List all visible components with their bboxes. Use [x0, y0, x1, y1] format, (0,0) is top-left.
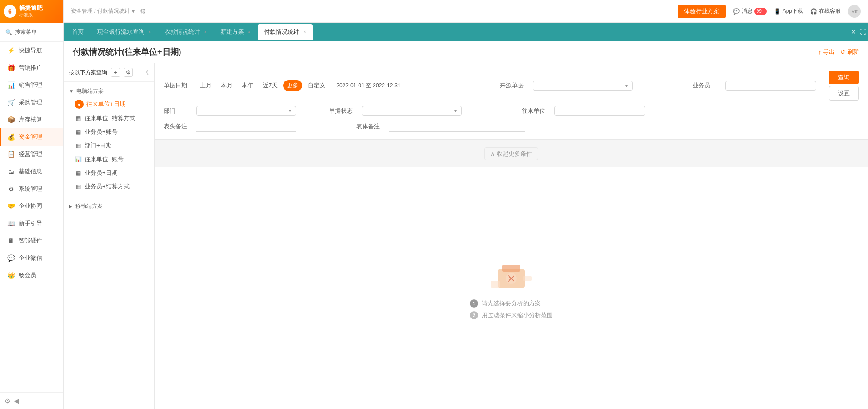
- unit-select[interactable]: ···: [554, 106, 645, 116]
- scheme-item-unit-account[interactable]: 📊 往来单位+账号: [64, 152, 154, 166]
- sidebar-item-label: 畅会员: [19, 271, 36, 279]
- sidebar-item-guide[interactable]: 📖 新手引导: [0, 215, 63, 232]
- sidebar-item-operation[interactable]: 📋 经营管理: [0, 146, 63, 163]
- scheme-item-label: 往来单位+日期: [86, 100, 125, 108]
- refresh-label: 刷新: [847, 48, 859, 56]
- scheme-group-desktop-title[interactable]: ▼ 电脑端方案: [64, 86, 154, 97]
- refresh-button[interactable]: ↺ 刷新: [840, 48, 859, 56]
- tab-payment-stats-close[interactable]: ×: [303, 29, 306, 35]
- tab-payment-stats-label: 付款情况统计: [264, 28, 299, 36]
- empty-svg: [489, 256, 534, 292]
- voucher-date-label: 单据日期: [164, 81, 189, 90]
- tab-payment-stats[interactable]: 付款情况统计 ×: [258, 24, 312, 40]
- sidebar-item-marketing[interactable]: 🎁 营销推广: [0, 59, 63, 76]
- unit-label: 往来单位: [522, 107, 547, 115]
- date-btn-this-month[interactable]: 本月: [217, 80, 236, 91]
- tab-bar: 首页 现金银行流水查询 × 收款情况统计 × 新建方案 × 付款情况统计 × ✕…: [64, 23, 868, 41]
- sidebar-item-hardware[interactable]: 🖥 智能硬件: [0, 232, 63, 249]
- sidebar-search-area[interactable]: 🔍 搜索菜单: [0, 23, 63, 42]
- date-btn-last-month[interactable]: 上月: [196, 80, 215, 91]
- tab-cash-flow[interactable]: 现金银行流水查询 ×: [91, 24, 157, 40]
- empty-step-1: 1 请先选择要分析的方案: [470, 298, 553, 309]
- breadcrumb-chevron[interactable]: ▾: [132, 8, 135, 15]
- sidebar-item-capital[interactable]: 💰 资金管理: [0, 128, 63, 146]
- scheme-item-dept-date[interactable]: ▦ 部门+日期: [64, 139, 154, 152]
- scheme-panel-header: 按以下方案查询 + ⚙ 《: [64, 63, 154, 82]
- date-btn-this-year[interactable]: 本年: [238, 80, 257, 91]
- tab-close-all-button[interactable]: ✕: [851, 28, 856, 35]
- sidebar-item-basic[interactable]: 🗂 基础信息: [0, 163, 63, 180]
- scheme-item-unit-settle[interactable]: ▦ 往来单位+结算方式: [64, 111, 154, 125]
- sidebar-item-purchase[interactable]: 🛒 采购管理: [0, 94, 63, 111]
- empty-steps: 1 请先选择要分析的方案 2 用过滤条件来缩小分析范围: [470, 298, 553, 321]
- body-note-input[interactable]: [389, 121, 525, 132]
- empty-illustration: [489, 256, 534, 292]
- enterprise-icon: 🤝: [7, 202, 15, 210]
- service-button[interactable]: 🎧 在线客服: [810, 7, 841, 15]
- sidebar-item-label: 资金管理: [19, 133, 42, 141]
- topbar-gear-icon[interactable]: ⚙: [140, 7, 146, 15]
- sidebar-item-member[interactable]: 👑 畅会员: [0, 267, 63, 284]
- scheme-item-staff-settle[interactable]: ▦ 业务员+结算方式: [64, 180, 154, 193]
- export-button[interactable]: ↑ 导出: [818, 48, 835, 56]
- filter-area: 单据日期 上月 本月 本年 近7天 更多 自定义 2022-01-01 至 20…: [155, 63, 868, 140]
- header-note-input[interactable]: [196, 121, 296, 132]
- collapse-label: 收起更多条件: [497, 150, 532, 158]
- scheme-header-label: 按以下方案查询: [69, 69, 107, 76]
- sidebar-item-label: 采购管理: [19, 98, 42, 106]
- query-button[interactable]: 查询: [829, 71, 859, 84]
- scheme-item-staff-account[interactable]: ▦ 业务员+账号: [64, 125, 154, 139]
- tab-new-scheme-close[interactable]: ×: [248, 29, 250, 35]
- app-download-button[interactable]: 📱 App下载: [774, 7, 803, 15]
- scheme-item-unit-date[interactable]: ● 往来单位+日期: [64, 97, 154, 111]
- dept-select[interactable]: ▾: [196, 106, 296, 116]
- scheme-add-button[interactable]: +: [111, 68, 120, 77]
- scheme-item-staff-date[interactable]: ▦ 业务员+日期: [64, 166, 154, 180]
- trial-button[interactable]: 体验行业方案: [678, 5, 726, 18]
- sidebar: 6 畅捷通吧 标准版 🔍 搜索菜单 ⚡ 快捷导航 🎁 营销推广 📊 销售管理 🛒…: [0, 0, 64, 409]
- tab-maximize-button[interactable]: ⛶: [860, 28, 866, 35]
- tab-receipt-stats-close[interactable]: ×: [204, 29, 206, 35]
- service-icon: 🎧: [810, 8, 817, 15]
- sidebar-collapse-button[interactable]: ◀: [14, 397, 19, 404]
- status-select[interactable]: ▾: [362, 106, 462, 116]
- set-button[interactable]: 设置: [829, 86, 859, 101]
- message-button[interactable]: 💬 消息 99+: [733, 7, 767, 15]
- empty-state: 1 请先选择要分析的方案 2 用过滤条件来缩小分析范围: [470, 256, 553, 321]
- search-menu-button[interactable]: 🔍 搜索菜单: [4, 26, 60, 38]
- sidebar-item-label: 库存核算: [19, 116, 42, 124]
- body-note-label: 表体备注: [356, 122, 382, 131]
- sidebar-item-quick-nav[interactable]: ⚡ 快捷导航: [0, 42, 63, 59]
- app-label: App下载: [783, 7, 803, 15]
- user-avatar[interactable]: Rit: [848, 5, 861, 18]
- scheme-group-mobile-title[interactable]: ▶ 移动端方案: [64, 201, 154, 212]
- sidebar-item-inventory[interactable]: 📦 库存核算: [0, 111, 63, 128]
- tab-cash-flow-close[interactable]: ×: [148, 29, 151, 35]
- staff-ellipsis-icon: ···: [808, 83, 811, 88]
- sidebar-settings-button[interactable]: ⚙: [5, 397, 10, 404]
- source-select[interactable]: ▾: [533, 81, 633, 91]
- sidebar-item-system[interactable]: ⚙ 系统管理: [0, 180, 63, 197]
- page-title: 付款情况统计(往来单位+日期): [73, 46, 818, 57]
- staff-select[interactable]: ···: [725, 81, 816, 91]
- scheme-collapse-button[interactable]: 《: [143, 69, 149, 76]
- tab-home[interactable]: 首页: [65, 24, 90, 40]
- tab-new-scheme[interactable]: 新建方案 ×: [214, 24, 257, 40]
- sidebar-item-wechat[interactable]: 💬 企业微信: [0, 249, 63, 267]
- filter-panel: 单据日期 上月 本月 本年 近7天 更多 自定义 2022-01-01 至 20…: [155, 63, 868, 409]
- tab-receipt-stats[interactable]: 收款情况统计 ×: [158, 24, 213, 40]
- collapse-more-button[interactable]: ∧ 收起更多条件: [484, 147, 538, 160]
- operation-icon: 📋: [7, 150, 15, 158]
- chart-icon: 📊: [75, 156, 82, 163]
- sidebar-item-label: 企业协同: [19, 202, 42, 210]
- header-note-label: 表头备注: [164, 122, 189, 131]
- sidebar-item-enterprise[interactable]: 🤝 企业协同: [0, 197, 63, 215]
- date-btn-custom[interactable]: 自定义: [304, 80, 329, 91]
- wechat-icon: 💬: [7, 254, 15, 262]
- date-btn-7days[interactable]: 近7天: [259, 80, 281, 91]
- basic-icon: 🗂: [7, 167, 15, 176]
- sidebar-item-sales[interactable]: 📊 销售管理: [0, 76, 63, 94]
- scheme-item-label: 往来单位+结算方式: [85, 114, 135, 122]
- date-btn-more[interactable]: 更多: [283, 80, 302, 91]
- scheme-setting-button[interactable]: ⚙: [124, 68, 133, 77]
